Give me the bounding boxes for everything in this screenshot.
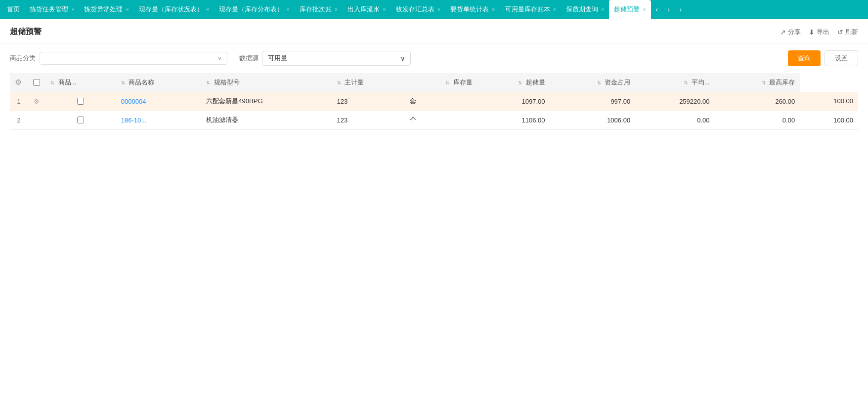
nav-prev-arrow[interactable]: ‹ [651, 0, 663, 19]
nav-item-available-stock[interactable]: 可用量库存账本 × [500, 0, 561, 19]
nav-bar: 首页 拣货任务管理 × 拣货异常处理 × 现存量（库存状况表） × 现存量（库存… [0, 0, 868, 19]
sort-icon-avg: ⇅ [684, 80, 688, 85]
sort-icon-max-stock: ⇅ [762, 80, 766, 85]
nav-label-inout-flow: 出入库流水 [347, 5, 380, 14]
sort-icon-product-code: ⇅ [50, 80, 54, 85]
col-header-checkbox [28, 73, 45, 92]
table-body: 1 ⚙ 0000004 六配套新昌490BPG 123 套 1097.00 99… [10, 92, 858, 129]
filter-area: 商品分类 ∨ 数据源 可用量 ∨ 查询 设置 [0, 43, 868, 73]
nav-close-collect-summary[interactable]: × [437, 6, 440, 12]
nav-close-task-mgmt[interactable]: × [71, 6, 74, 12]
page-header: 超储预警 ↗ 分享 ⬇ 导出 ↺ 刷新 [0, 19, 868, 43]
filter-buttons: 查询 设置 [788, 50, 858, 66]
row-number: 2 [10, 111, 28, 129]
nav-close-available-stock[interactable]: × [553, 6, 556, 12]
settings-button[interactable]: 设置 [825, 50, 858, 66]
col-header-stock-qty[interactable]: ⇅ 库存量 [405, 73, 477, 92]
nav-item-task-mgmt[interactable]: 拣货任务管理 × [25, 0, 79, 19]
nav-next-arrow[interactable]: › [663, 0, 675, 19]
page-content: 超储预警 ↗ 分享 ⬇ 导出 ↺ 刷新 商品分类 ∨ [0, 19, 868, 395]
row-product-code: 0000004 [116, 92, 202, 111]
row-checkbox-0[interactable] [77, 98, 84, 105]
nav-item-home[interactable]: 首页 [2, 0, 25, 19]
share-button[interactable]: ↗ 分享 [780, 28, 801, 37]
nav-more-arrow[interactable]: › [675, 0, 687, 19]
col-header-gear: ⚙ [10, 73, 28, 92]
datasource-label: 数据源 [239, 54, 259, 63]
nav-item-inout-flow[interactable]: 出入库流水 × [343, 0, 391, 19]
row-avg: 260.00 [715, 92, 800, 111]
nav-close-inventory-dist[interactable]: × [286, 6, 289, 12]
table-row: 2 186-10... 机油滤清器 123 个 1106.00 1006.00 … [10, 111, 858, 129]
row-avg: 0.00 [715, 111, 800, 129]
sort-icon-stock-qty: ⇅ [445, 80, 449, 85]
page-title: 超储预警 [10, 27, 42, 37]
nav-item-quality-check[interactable]: 保质期查询 × [561, 0, 609, 19]
row-checkbox-1[interactable] [77, 117, 84, 123]
row-gear[interactable] [28, 111, 45, 129]
row-overstock-qty: 997.00 [550, 92, 636, 111]
nav-label-task-mgmt: 拣货任务管理 [30, 5, 68, 14]
row-max-stock: 100.00 [800, 111, 858, 129]
nav-label-inventory-status: 现存量（库存状况表） [139, 5, 203, 14]
nav-label-home: 首页 [7, 5, 20, 14]
gear-header-icon[interactable]: ⚙ [15, 78, 22, 86]
row-capital-usage: 259220.00 [635, 92, 714, 111]
nav-label-inventory-dist: 现存量（库存分布表） [219, 5, 283, 14]
row-checkbox-cell [45, 92, 116, 111]
category-arrow: ∨ [217, 55, 222, 62]
query-button[interactable]: 查询 [788, 50, 821, 66]
row-overstock-qty: 1006.00 [550, 111, 636, 129]
category-filter: 商品分类 ∨ [10, 52, 227, 65]
table-container: ⚙ ⇅ 商品... ⇅ 商品名称 [0, 73, 868, 130]
nav-label-batch-account: 库存批次账 [300, 5, 332, 14]
select-all-checkbox[interactable] [33, 79, 40, 86]
nav-close-abnormal[interactable]: × [126, 6, 129, 12]
datasource-value: 可用量 [268, 54, 287, 63]
col-header-product-code[interactable]: ⇅ 商品... [45, 73, 116, 92]
row-stock-qty: 1106.00 [477, 111, 550, 129]
row-gear[interactable]: ⚙ [28, 92, 45, 111]
row-unit: 个 [405, 111, 477, 129]
col-header-spec[interactable]: ⇅ 规格型号 [201, 73, 332, 92]
nav-item-order-stats[interactable]: 要货单统计表 × [445, 0, 500, 19]
nav-item-overstock-warning[interactable]: 超储预警 × [609, 0, 651, 19]
nav-close-overstock-warning[interactable]: × [643, 6, 646, 12]
nav-label-order-stats: 要货单统计表 [450, 5, 489, 14]
nav-item-inventory-dist[interactable]: 现存量（库存分布表） × [214, 0, 294, 19]
nav-close-quality-check[interactable]: × [601, 6, 604, 12]
sort-icon-capital-usage: ⇅ [597, 80, 601, 85]
col-header-overstock-qty[interactable]: ⇅ 超储量 [477, 73, 550, 92]
row-spec: 123 [332, 111, 405, 129]
nav-item-abnormal[interactable]: 拣货异常处理 × [79, 0, 133, 19]
category-label: 商品分类 [10, 54, 36, 63]
table-row: 1 ⚙ 0000004 六配套新昌490BPG 123 套 1097.00 99… [10, 92, 858, 111]
col-header-avg[interactable]: ⇅ 平均... [635, 73, 714, 92]
row-stock-qty: 1097.00 [477, 92, 550, 111]
nav-close-batch-account[interactable]: × [335, 6, 338, 12]
nav-item-batch-account[interactable]: 库存批次账 × [295, 0, 343, 19]
nav-item-inventory-status[interactable]: 现存量（库存状况表） × [134, 0, 214, 19]
nav-close-inventory-status[interactable]: × [206, 6, 209, 12]
share-icon: ↗ [780, 28, 786, 36]
row-unit: 套 [405, 92, 477, 111]
header-actions: ↗ 分享 ⬇ 导出 ↺ 刷新 [780, 28, 858, 37]
datasource-filter: 数据源 可用量 ∨ [239, 51, 411, 66]
nav-close-inout-flow[interactable]: × [383, 6, 386, 12]
col-header-max-stock[interactable]: ⇅ 最高库存 [715, 73, 800, 92]
sort-icon-overstock-qty: ⇅ [518, 80, 522, 85]
export-button[interactable]: ⬇ 导出 [809, 28, 829, 37]
category-select[interactable]: ∨ [40, 52, 227, 65]
row-spec: 123 [332, 92, 405, 111]
col-header-capital-usage[interactable]: ⇅ 资金占用 [550, 73, 636, 92]
refresh-icon: ↺ [837, 28, 843, 36]
nav-item-collect-summary[interactable]: 收发存汇总表 × [391, 0, 445, 19]
col-header-unit[interactable]: ⇅ 主计量 [332, 73, 405, 92]
nav-label-abnormal: 拣货异常处理 [84, 5, 123, 14]
sort-icon-unit: ⇅ [337, 80, 341, 85]
refresh-button[interactable]: ↺ 刷新 [837, 28, 858, 37]
sort-icon-product-name: ⇅ [121, 80, 125, 85]
nav-close-order-stats[interactable]: × [492, 6, 495, 12]
col-header-product-name[interactable]: ⇅ 商品名称 [116, 73, 202, 92]
datasource-select[interactable]: 可用量 ∨ [262, 51, 411, 66]
